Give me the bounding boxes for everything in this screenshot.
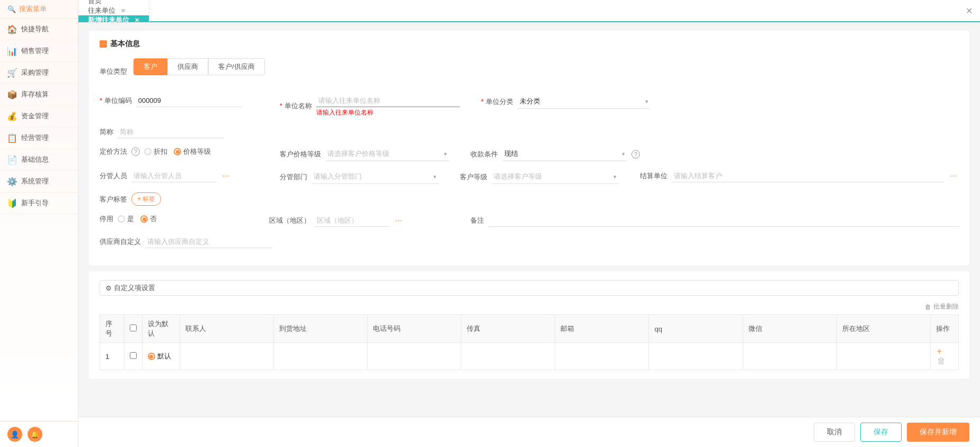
email-input[interactable] xyxy=(560,353,643,361)
row-region-input[interactable] xyxy=(842,353,925,361)
table-select-all-checkbox[interactable] xyxy=(130,325,137,331)
row-fax[interactable] xyxy=(461,343,555,370)
table-card: ⚙ 自定义项设置 🗑 批量删除 序号设为默认联系人到货地址电话号码传真邮箱qq微… xyxy=(89,271,969,379)
unit-category-select[interactable]: 未分类 ▾ xyxy=(518,94,651,109)
user-avatar-icon[interactable]: 👤 xyxy=(7,427,22,442)
supplier-custom-label: 供应商自定义 xyxy=(100,237,141,247)
abbr-input[interactable] xyxy=(118,126,224,138)
row-add-button[interactable]: + xyxy=(936,347,943,356)
tab-home[interactable]: 首页 xyxy=(78,0,149,6)
delete-icon: 🗑 xyxy=(925,303,931,311)
row-region[interactable] xyxy=(836,343,930,370)
pricing-discount-option[interactable]: 折扣 xyxy=(144,147,167,156)
row-contact[interactable] xyxy=(180,343,274,370)
save-button[interactable]: 保存 xyxy=(860,423,902,442)
pricing-price-level-option[interactable]: 价格等级 xyxy=(174,147,211,156)
sidebar-item-label-basic: 基础信息 xyxy=(21,155,49,164)
supplier-custom-input[interactable] xyxy=(145,235,272,248)
chevron-down-icon3: ▾ xyxy=(622,151,625,157)
row-phone[interactable] xyxy=(368,343,461,370)
unit-type-supplier-button[interactable]: 供应商 xyxy=(167,58,208,75)
pricing-discount-radio[interactable] xyxy=(144,148,152,155)
region-more-button[interactable]: ··· xyxy=(393,216,404,225)
customer-level-select[interactable]: 请选择客户等级 ▾ xyxy=(492,170,619,184)
save-new-button[interactable]: 保存并新增 xyxy=(907,423,969,442)
tab-close-partners[interactable]: ✕ xyxy=(121,7,126,14)
phone-input[interactable] xyxy=(373,353,456,361)
settlement-input[interactable] xyxy=(672,170,943,182)
form-row-7: 供应商自定义 xyxy=(100,235,959,248)
operations-icon: 📋 xyxy=(7,133,17,143)
manager-input[interactable] xyxy=(131,170,216,182)
row-wechat[interactable] xyxy=(743,343,836,370)
add-tag-button[interactable]: + 标签 xyxy=(131,192,161,206)
tab-bar-close-button[interactable]: ✕ xyxy=(958,6,980,16)
batch-delete-label: 批量删除 xyxy=(933,302,959,311)
sidebar-item-guide[interactable]: 🔰新手引导 xyxy=(0,192,78,214)
region-group: 区域（地区） ··· xyxy=(269,214,428,227)
customer-price-group: 客户价格等级 请选择客户价格等级 ▾ xyxy=(280,147,449,161)
chevron-down-icon: ▾ xyxy=(645,98,648,105)
unit-category-label: 单位分类 xyxy=(481,97,513,107)
quick-nav-icon: 🏠 xyxy=(7,24,17,34)
sidebar-item-purchase[interactable]: 🛒采购管理 xyxy=(0,62,78,84)
address-input[interactable] xyxy=(279,353,362,361)
sidebar-item-basic[interactable]: 📄基础信息 xyxy=(0,149,78,171)
form-row-4: 分管人员 ··· 分管部门 请输入分管部门 ▾ 客户等级 请选择客户等级 ▾ xyxy=(100,170,959,184)
unit-type-both-button[interactable]: 客户/供应商 xyxy=(208,58,265,75)
row-qq[interactable] xyxy=(649,343,743,370)
chevron-down-icon5: ▾ xyxy=(613,173,617,180)
sidebar-item-sales[interactable]: 📊销售管理 xyxy=(0,40,78,62)
sidebar-item-quick-nav[interactable]: 🏠快捷导航 xyxy=(0,19,78,40)
payment-label: 收款条件 xyxy=(470,150,498,159)
batch-delete-button[interactable]: 🗑 批量删除 xyxy=(100,302,959,311)
disable-no-option[interactable]: 否 xyxy=(140,214,157,224)
section-icon xyxy=(100,40,107,48)
qq-input[interactable] xyxy=(654,353,737,361)
unit-name-input[interactable] xyxy=(316,94,460,107)
row-checkbox[interactable] xyxy=(130,352,137,359)
sidebar-item-finance[interactable]: 💰资金管理 xyxy=(0,106,78,127)
form-row-3: 定价方法 ? 折扣 价格等级 xyxy=(100,147,959,161)
sidebar-item-operations[interactable]: 📋经营管理 xyxy=(0,127,78,149)
row-default-radio[interactable] xyxy=(148,353,155,360)
disable-yes-radio[interactable] xyxy=(118,215,125,223)
disable-yes-option[interactable]: 是 xyxy=(118,214,134,224)
region-input[interactable] xyxy=(315,214,389,227)
fax-input[interactable] xyxy=(467,353,549,361)
unit-code-input[interactable] xyxy=(136,94,242,107)
row-address[interactable] xyxy=(274,343,368,370)
add-tag-label: + 标签 xyxy=(137,195,155,204)
custom-settings-button[interactable]: ⚙ 自定义项设置 xyxy=(100,280,959,296)
row-delete-button[interactable]: 🗑 xyxy=(936,356,947,366)
contact-input[interactable] xyxy=(185,353,268,361)
row-default-label: 默认 xyxy=(157,352,171,361)
tab-partners[interactable]: 往来单位✕ xyxy=(78,6,149,15)
wechat-input[interactable] xyxy=(749,353,831,361)
sidebar-search[interactable]: 🔍 搜索菜单 xyxy=(0,0,78,19)
cancel-button[interactable]: 取消 xyxy=(814,423,855,442)
pricing-price-level-radio[interactable] xyxy=(174,148,181,155)
notification-icon[interactable]: 🔔 xyxy=(28,427,42,442)
sidebar-item-inventory[interactable]: 📦库存核算 xyxy=(0,84,78,106)
sidebar-item-system[interactable]: ⚙️系统管理 xyxy=(0,171,78,192)
table-header-cell: 到货地址 xyxy=(274,315,368,343)
dept-select[interactable]: 请输入分管部门 ▾ xyxy=(311,170,439,184)
row-email[interactable] xyxy=(555,343,649,370)
manager-more-button[interactable]: ··· xyxy=(220,171,231,181)
payment-select[interactable]: 现结 ▾ xyxy=(502,147,627,161)
finance-icon: 💰 xyxy=(7,111,17,121)
payment-help-icon[interactable]: ? xyxy=(631,150,640,159)
customer-price-select[interactable]: 请选择客户价格等级 ▾ xyxy=(325,147,449,161)
sidebar-search-label: 搜索菜单 xyxy=(19,4,47,14)
unit-type-customer-button[interactable]: 客户 xyxy=(133,58,167,75)
settlement-more-button[interactable]: ··· xyxy=(948,171,959,181)
unit-code-group: 单位编码 xyxy=(100,94,259,107)
table-header-cell: 所在地区 xyxy=(836,315,930,343)
sidebar-item-label-system: 系统管理 xyxy=(21,177,49,186)
pricing-help-icon[interactable]: ? xyxy=(131,147,140,156)
inventory-icon: 📦 xyxy=(7,90,17,99)
settlement-group: 结算单位 ··· xyxy=(640,170,959,182)
disable-no-radio[interactable] xyxy=(140,215,148,223)
remark-input[interactable] xyxy=(488,214,959,227)
